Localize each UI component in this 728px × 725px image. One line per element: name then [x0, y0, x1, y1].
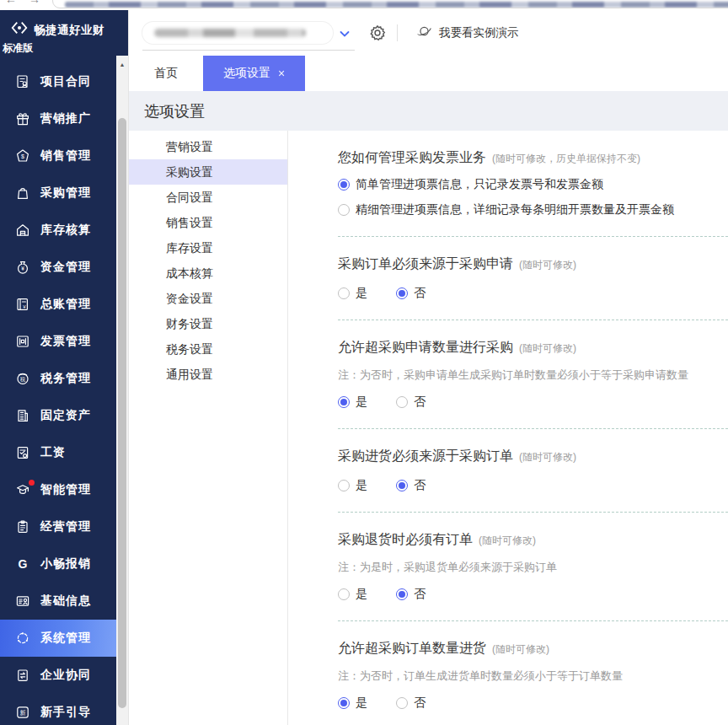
purchase-icon — [14, 185, 31, 201]
submenu-item-1[interactable]: 采购设置 — [129, 159, 287, 185]
submenu-item-6[interactable]: 资金设置 — [129, 286, 287, 311]
sidebar-item-inventory-accounting[interactable]: 库存核算 — [0, 212, 116, 249]
radio-selected-icon — [396, 588, 408, 600]
sidebar-item-general-ledger[interactable]: ¥总账管理 — [0, 286, 116, 323]
sidebar-item-enterprise-collab[interactable]: 企业协同 — [0, 657, 116, 694]
radio-label: 否 — [414, 695, 426, 711]
smart-management-icon — [14, 481, 31, 498]
radio-option[interactable]: 是 — [338, 285, 367, 302]
brand-name: 畅捷通好业财 — [34, 23, 104, 38]
section-title: 允许超采购订单数量进货 — [338, 638, 486, 658]
sidebar-item-label: 智能管理 — [40, 482, 91, 497]
svg-text:$: $ — [21, 153, 24, 159]
brand-logo-icon — [10, 19, 29, 40]
sidebar-item-operations-management[interactable]: 经营管理 — [0, 508, 116, 545]
radio-group: 简单管理进项票信息，只记录发票号和发票金额精细管理进项票信息，详细记录每条明细开… — [338, 176, 728, 218]
radio-option[interactable]: 否 — [396, 394, 426, 411]
radio-option[interactable]: 是 — [338, 477, 367, 494]
tab-option-settings[interactable]: 选项设置 × — [203, 56, 305, 91]
workspace-name-blur — [154, 29, 306, 37]
tab-close-icon[interactable]: × — [278, 67, 285, 79]
sidebar-item-label: 税务管理 — [40, 371, 91, 386]
radio-option[interactable]: 精细管理进项票信息，详细记录每条明细开票数量及开票金额 — [338, 201, 728, 218]
section-title: 采购订单必须来源于采购申请 — [338, 254, 513, 274]
sidebar-item-invoice-management[interactable]: 发票管理 — [0, 323, 116, 360]
tab-home-label: 首页 — [154, 66, 178, 81]
radio-option[interactable]: 是 — [338, 394, 367, 411]
radio-option[interactable]: 否 — [396, 285, 426, 302]
setting-section: 允许超采购订单数量进货(随时可修改)注：为否时，订单生成进货单时数量必须小于等于… — [338, 621, 728, 712]
chevron-down-icon[interactable] — [338, 27, 351, 44]
settings-sections: 您如何管理采购发票业务(随时可修改，历史单据保持不变)简单管理进项票信息，只记录… — [288, 131, 728, 725]
radio-unselected-icon — [338, 204, 350, 216]
section-title-row: 您如何管理采购发票业务(随时可修改，历史单据保持不变) — [338, 148, 728, 168]
radio-option[interactable]: 否 — [396, 695, 426, 712]
submenu-item-5[interactable]: 成本核算 — [129, 260, 287, 286]
browser-forward-icon[interactable]: → — [29, 0, 40, 6]
sidebar-item-xiaochang-expense[interactable]: G小畅报销 — [0, 545, 116, 583]
radio-option[interactable]: 否 — [396, 477, 426, 494]
demo-planet-icon — [415, 24, 433, 42]
radio-label: 否 — [414, 395, 426, 410]
ledger-icon: ¥ — [14, 296, 31, 313]
settings-gear-button[interactable] — [368, 24, 387, 42]
section-title-row: 允许超采购订单数量进货(随时可修改) — [338, 638, 728, 658]
radio-option[interactable]: 否 — [396, 586, 426, 603]
sidebar-item-tax-management[interactable]: 税税务管理 — [0, 360, 116, 397]
funds-icon: ¥ — [14, 259, 31, 276]
sidebar-item-payroll[interactable]: 工资 — [0, 434, 116, 471]
sales-icon: $ — [14, 148, 31, 164]
submenu-item-4[interactable]: 库存设置 — [129, 235, 287, 260]
sidebar-item-basic-info[interactable]: 基础信息 — [0, 583, 116, 620]
sidebar-item-purchase-management[interactable]: 采购管理 — [0, 175, 116, 212]
radio-label: 是 — [356, 695, 367, 711]
sidebar-item-label: 营销推广 — [40, 111, 91, 126]
fixed-assets-icon — [14, 407, 31, 424]
sidebar-item-label: 经营管理 — [40, 519, 91, 534]
sidebar-item-smart-management[interactable]: 智能管理 — [0, 471, 116, 508]
sidebar-item-fixed-assets[interactable]: 固定资产 — [0, 397, 116, 434]
sidebar-item-funds-management[interactable]: ¥资金管理 — [0, 249, 116, 286]
sidebar: 畅捷通好业财 标准版 项目合同营销推广$销售管理采购管理库存核算¥资金管理¥总账… — [0, 10, 128, 725]
submenu-item-8[interactable]: 税务设置 — [129, 336, 287, 362]
sidebar-item-system-management[interactable]: 系统管理 — [0, 620, 116, 657]
sidebar-item-label: 小畅报销 — [40, 556, 91, 572]
submenu-item-0[interactable]: 营销设置 — [129, 134, 287, 159]
sidebar-item-marketing-promo[interactable]: 营销推广 — [0, 100, 116, 137]
setting-section: 允许超采购申请数量进行采购(随时可修改)注：为否时，采购申请单生成采购订单时数量… — [338, 320, 728, 429]
sidebar-item-label: 系统管理 — [40, 631, 91, 646]
demo-link[interactable]: 我要看实例演示 — [415, 24, 519, 42]
radio-group: 是否 — [338, 586, 728, 603]
sidebar-item-newbie-guide[interactable]: 新新手引导 — [0, 694, 116, 725]
sidebar-scrollbar[interactable]: ▲ — [116, 56, 128, 725]
section-title-row: 采购进货必须来源于采购订单(随时可修改) — [338, 446, 728, 466]
workspace-selector[interactable] — [142, 19, 355, 51]
browser-back-icon[interactable]: ← — [5, 0, 17, 6]
radio-option[interactable]: 是 — [338, 586, 367, 603]
sidebar-item-sales-management[interactable]: $销售管理 — [0, 137, 116, 175]
browser-address-bar[interactable] — [52, 0, 728, 8]
radio-unselected-icon — [338, 588, 350, 600]
submenu-item-2[interactable]: 合同设置 — [129, 185, 287, 210]
sidebar-item-label: 采购管理 — [40, 185, 91, 201]
sidebar-item-project-contract[interactable]: 项目合同 — [0, 63, 116, 100]
submenu-item-7[interactable]: 财务设置 — [129, 311, 287, 336]
tab-home[interactable]: 首页 — [136, 56, 196, 91]
radio-option[interactable]: 是 — [338, 695, 367, 712]
notification-dot — [29, 480, 35, 486]
radio-option[interactable]: 简单管理进项票信息，只记录发票号和发票金额 — [338, 176, 728, 193]
radio-unselected-icon — [338, 287, 350, 299]
submenu-item-9[interactable]: 通用设置 — [129, 362, 287, 387]
sidebar-scrollbar-thumb[interactable] — [118, 118, 126, 708]
radio-unselected-icon — [396, 697, 408, 709]
page-title: 选项设置 — [144, 101, 205, 121]
scroll-up-arrow-icon[interactable]: ▲ — [116, 59, 128, 71]
setting-section: 采购退货时必须有订单(随时可修改)注：为是时，采购退货单必须来源于采购订单是否 — [338, 513, 728, 621]
enterprise-collab-icon — [14, 667, 31, 684]
section-hint: (随时可修改) — [492, 642, 549, 657]
content-area: 营销设置采购设置合同设置销售设置库存设置成本核算资金设置财务设置税务设置通用设置… — [129, 131, 728, 725]
submenu-item-3[interactable]: 销售设置 — [129, 210, 287, 235]
sidebar-item-label: 工资 — [40, 445, 66, 460]
section-note: 注：为否时，采购申请单生成采购订单时数量必须小于等于采购申请数量 — [338, 368, 728, 383]
settings-submenu: 营销设置采购设置合同设置销售设置库存设置成本核算资金设置财务设置税务设置通用设置 — [129, 131, 288, 725]
